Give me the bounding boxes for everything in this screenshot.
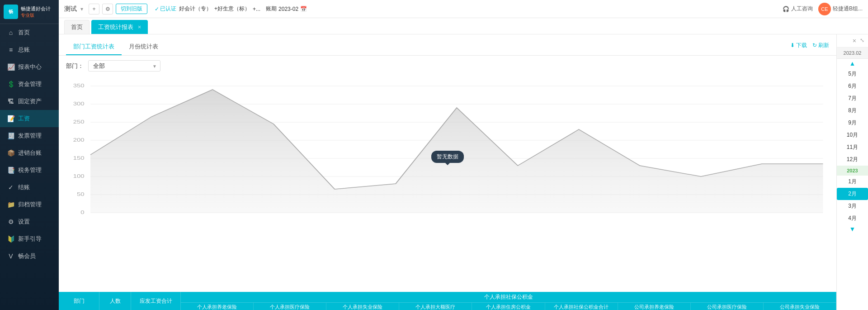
chart-area: 暂无数据 350 300 250 200 150 100 50 0 bbox=[59, 76, 836, 292]
panel-month-2-active[interactable]: 2月 bbox=[837, 188, 868, 200]
sidebar-item-label: 设置 bbox=[18, 218, 30, 226]
svg-text:150: 150 bbox=[73, 155, 85, 161]
settings-button[interactable]: ⚙ bbox=[102, 4, 113, 14]
sidebar-item-reports[interactable]: 📈 报表中心 bbox=[0, 58, 59, 76]
sidebar-item-label: 结账 bbox=[18, 183, 30, 191]
tab-salary-report[interactable]: 工资统计报表 × bbox=[91, 20, 148, 34]
svg-text:350: 350 bbox=[73, 83, 85, 89]
panel-month-8[interactable]: 8月 bbox=[837, 105, 868, 117]
panel-down-button[interactable]: ▼ bbox=[849, 226, 856, 232]
sidebar-item-purchase[interactable]: 📦 进销台账 bbox=[0, 144, 59, 162]
sidebar-item-tax[interactable]: 📑 税务管理 bbox=[0, 162, 59, 179]
panel-year-2023: 2023 bbox=[837, 166, 868, 176]
panel-month-4[interactable]: 4月 bbox=[837, 212, 868, 224]
tabbar: 首页 工资统计报表 × bbox=[59, 18, 868, 34]
chart-tooltip: 暂无数据 bbox=[431, 151, 464, 163]
panel-month-12[interactable]: 12月 bbox=[837, 153, 868, 166]
svg-text:0: 0 bbox=[80, 210, 84, 215]
panel-month-10[interactable]: 10月 bbox=[837, 129, 868, 141]
dept-filter-select[interactable]: 全部 bbox=[88, 60, 160, 72]
th-company-unemployment: 公司承担失业保险 bbox=[764, 303, 836, 310]
subtab-monthly[interactable]: 月份统计表 bbox=[122, 39, 165, 55]
avatar: CE bbox=[818, 3, 831, 15]
panel-current-date: 2023.02 bbox=[837, 48, 868, 59]
business-badge: +好生意（标） bbox=[214, 5, 250, 13]
app-logo-icon: 畅 bbox=[4, 5, 18, 19]
panel-month-5[interactable]: 5月 bbox=[837, 68, 868, 80]
period-label: 账期 bbox=[266, 5, 277, 13]
switch-version-button[interactable]: 切到旧版 bbox=[116, 4, 147, 14]
subtabs: 部门工资统计表 月份统计表 ⬇ 下载 ↻ 刷新 bbox=[59, 34, 836, 56]
sidebar-item-label: 固定资产 bbox=[18, 97, 42, 105]
member-icon: V bbox=[7, 253, 14, 260]
sidebar-logo: 畅 畅捷通好会计 专业版 bbox=[0, 0, 59, 24]
panel-nav: ▲ bbox=[837, 59, 868, 68]
sidebar-item-ledger[interactable]: ≡ 总账 bbox=[0, 41, 59, 58]
sidebar-item-salary[interactable]: 📝 工资 bbox=[0, 110, 59, 127]
ai-consultant-button[interactable]: 🎧 人工咨询 bbox=[783, 5, 813, 13]
add-button[interactable]: + bbox=[89, 4, 99, 14]
sidebar-item-archive[interactable]: 📁 归档管理 bbox=[0, 196, 59, 213]
panel-month-6[interactable]: 6月 bbox=[837, 80, 868, 92]
invoice-icon: 🧾 bbox=[7, 132, 14, 139]
panel-expand-button[interactable]: ⤡ bbox=[858, 36, 866, 45]
filter-row: 部门： 全部 bbox=[59, 56, 836, 76]
sidebar-item-settings[interactable]: ⚙ 设置 bbox=[0, 213, 59, 230]
sidebar-item-member[interactable]: V 畅会员 bbox=[0, 248, 59, 265]
period-display: 账期 2023-02 📅 bbox=[266, 5, 307, 13]
th-personal-total: 个人承担社保公积金合计 bbox=[545, 303, 618, 310]
panel-close-button[interactable]: × bbox=[851, 36, 858, 45]
sidebar: 畅 畅捷通好会计 专业版 ⌂ 首页 ≡ 总账 📈 报表中心 💲 资金管理 🏗 固… bbox=[0, 0, 59, 310]
topbar-right: 🎧 人工咨询 CE 轻捷通B组... bbox=[783, 3, 863, 15]
archive-icon: 📁 bbox=[7, 201, 14, 208]
tab-home[interactable]: 首页 bbox=[64, 20, 90, 34]
th-personal-unemployment: 个人承担失业保险 bbox=[326, 303, 399, 310]
workspace-title: 测试 bbox=[64, 5, 77, 13]
panel-month-3[interactable]: 3月 bbox=[837, 200, 868, 212]
svg-text:300: 300 bbox=[73, 101, 85, 107]
svg-text:200: 200 bbox=[73, 137, 85, 143]
dept-filter-select-wrap: 全部 bbox=[88, 60, 160, 72]
refresh-button[interactable]: ↻ 刷新 bbox=[812, 42, 829, 49]
sidebar-item-assets[interactable]: 🏗 固定资产 bbox=[0, 93, 59, 110]
th-headcount: 人数 bbox=[110, 297, 121, 305]
panel-up-button[interactable]: ▲ bbox=[849, 60, 856, 67]
calendar-icon[interactable]: 📅 bbox=[300, 6, 307, 12]
sidebar-item-home[interactable]: ⌂ 首页 bbox=[0, 24, 59, 41]
th-company-pension: 公司承担养老保险 bbox=[618, 303, 691, 310]
check-icon: ✓ bbox=[155, 6, 159, 12]
th-group-personal: 个人承担社保公积金 bbox=[181, 292, 836, 303]
sidebar-item-invoice[interactable]: 🧾 发票管理 bbox=[0, 127, 59, 144]
sidebar-item-label: 首页 bbox=[18, 29, 30, 37]
tax-icon: 📑 bbox=[7, 167, 14, 174]
period-value: 2023-02 bbox=[278, 6, 298, 12]
sidebar-item-checkout[interactable]: ✓ 结账 bbox=[0, 179, 59, 196]
th-personal-medical: 个人承担医疗保险 bbox=[254, 303, 326, 310]
sidebar-item-guide[interactable]: 🔰 新手引导 bbox=[0, 230, 59, 248]
topbar-badges: ✓ 已认证 好会计（专） +好生意（标） +... bbox=[155, 5, 260, 13]
sidebar-item-label: 发票管理 bbox=[18, 132, 42, 140]
topbar: 测试 ▾ + ⚙ 切到旧版 ✓ 已认证 好会计（专） +好生意（标） +... … bbox=[59, 0, 868, 18]
user-menu-button[interactable]: CE 轻捷通B组... bbox=[818, 3, 863, 15]
home-icon: ⌂ bbox=[7, 29, 14, 36]
panel-month-11[interactable]: 11月 bbox=[837, 141, 868, 153]
svg-text:50: 50 bbox=[77, 191, 85, 197]
panel-month-9[interactable]: 9月 bbox=[837, 117, 868, 129]
subtab-dept[interactable]: 部门工资统计表 bbox=[66, 39, 122, 55]
date-panel: × ⤡ 2023.02 ▲ 5月 6月 7月 8月 9月 10月 11月 12月… bbox=[836, 34, 868, 310]
panel-month-7[interactable]: 7月 bbox=[837, 92, 868, 105]
refresh-icon: ↻ bbox=[812, 42, 817, 48]
sidebar-item-label: 税务管理 bbox=[18, 166, 42, 174]
content-main: 部门工资统计表 月份统计表 ⬇ 下载 ↻ 刷新 bbox=[59, 34, 836, 310]
panel-close-area: × ⤡ bbox=[837, 34, 868, 48]
tab-label: 工资统计报表 bbox=[98, 24, 133, 30]
panel-month-1[interactable]: 1月 bbox=[837, 176, 868, 188]
sidebar-item-label: 总账 bbox=[18, 46, 30, 54]
dropdown-arrow-icon: ▾ bbox=[80, 6, 83, 12]
download-button[interactable]: ⬇ 下载 bbox=[790, 42, 807, 49]
assets-icon: 🏗 bbox=[7, 98, 14, 105]
sidebar-item-funds[interactable]: 💲 资金管理 bbox=[0, 76, 59, 93]
guide-icon: 🔰 bbox=[7, 235, 14, 243]
th-company-medical: 公司承担医疗保险 bbox=[691, 303, 764, 310]
tab-close-icon[interactable]: × bbox=[138, 24, 142, 30]
